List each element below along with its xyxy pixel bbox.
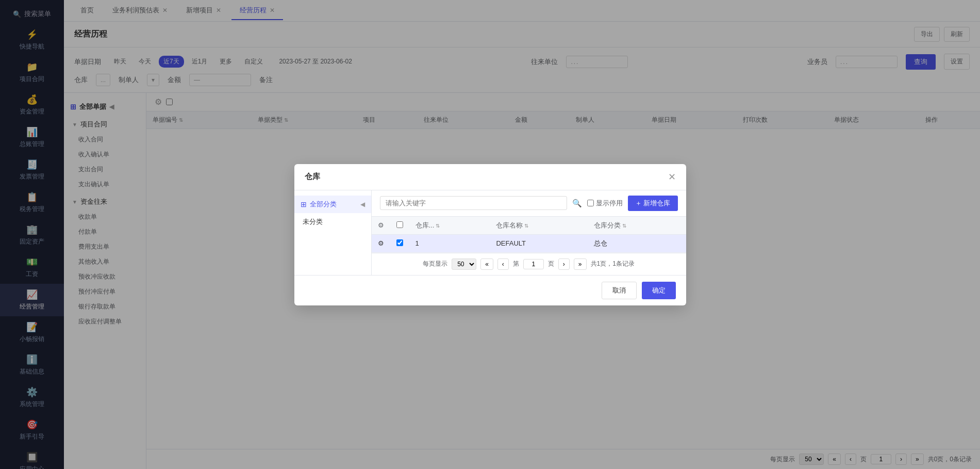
modal-close-button[interactable]: ✕ — [668, 171, 676, 183]
modal-category-panel: ⊞ 全部分类 ◀ 未分类 — [294, 190, 372, 275]
row-name: 总仓 — [588, 234, 686, 252]
modal-page-suffix: 页 — [548, 260, 554, 268]
modal-table-body: ⚙ 1 DEFAULT 总仓 — [372, 234, 686, 252]
modal-prev-page-btn[interactable]: ‹ — [497, 258, 509, 270]
category-all[interactable]: ⊞ 全部分类 ◀ — [294, 196, 371, 213]
modal-page-input[interactable] — [523, 259, 544, 269]
modal-page-size-select[interactable]: 50 — [452, 258, 476, 270]
modal-first-page-btn[interactable]: « — [480, 258, 493, 270]
modal-table-row[interactable]: ⚙ 1 DEFAULT 总仓 — [372, 234, 686, 252]
warehouse-modal: 仓库 ✕ ⊞ 全部分类 ◀ 未分类 🔍 — [294, 164, 686, 305]
add-warehouse-button[interactable]: ＋ 新增仓库 — [628, 196, 678, 211]
show-disabled-text: 显示停用 — [596, 199, 623, 208]
modal-footer: 取消 确定 — [294, 275, 686, 305]
modal-title: 仓库 — [305, 172, 320, 182]
modal-total-label: 共1页，1条记录 — [591, 260, 635, 268]
modal-page-prefix: 第 — [513, 260, 519, 268]
modal-col-code: 仓库...⇅ — [409, 217, 490, 235]
row-code: DEFAULT — [490, 234, 588, 252]
modal-select-all[interactable] — [396, 221, 403, 228]
category-icon: ⊞ — [301, 200, 307, 208]
modal-overlay: 仓库 ✕ ⊞ 全部分类 ◀ 未分类 🔍 — [0, 0, 980, 469]
modal-pagination: 每页显示 50 « ‹ 第 页 › » 共1页，1条记录 — [372, 253, 686, 275]
modal-col-category: 仓库分类⇅ — [588, 217, 686, 235]
category-all-label: 全部分类 — [310, 200, 337, 209]
row-checkbox[interactable] — [390, 234, 409, 252]
modal-col-name: 仓库名称⇅ — [490, 217, 588, 235]
modal-table-header: ⚙ 仓库...⇅ 仓库名称⇅ 仓库分类⇅ — [372, 217, 686, 235]
category-unclassified[interactable]: 未分类 — [294, 213, 371, 231]
modal-header: 仓库 ✕ — [294, 164, 686, 190]
row-settings[interactable]: ⚙ — [372, 234, 390, 252]
modal-next-page-btn[interactable]: › — [558, 258, 570, 270]
row-id: 1 — [409, 234, 490, 252]
confirm-button[interactable]: 确定 — [642, 282, 676, 299]
modal-col-settings: ⚙ — [372, 217, 390, 235]
modal-search-button[interactable]: 🔍 — [572, 199, 582, 208]
modal-last-page-btn[interactable]: » — [574, 258, 587, 270]
show-disabled-label: 显示停用 — [587, 199, 623, 208]
modal-right-panel: 🔍 显示停用 ＋ 新增仓库 ⚙ 仓库...⇅ — [372, 190, 686, 275]
category-collapse-icon[interactable]: ◀ — [360, 201, 365, 208]
modal-table: ⚙ 仓库...⇅ 仓库名称⇅ 仓库分类⇅ ⚙ 1 — [372, 217, 686, 253]
modal-body: ⊞ 全部分类 ◀ 未分类 🔍 显示停用 ＋ 新增仓库 — [294, 190, 686, 275]
modal-table-wrap: ⚙ 仓库...⇅ 仓库名称⇅ 仓库分类⇅ ⚙ 1 — [372, 217, 686, 253]
modal-toolbar: 🔍 显示停用 ＋ 新增仓库 — [372, 190, 686, 217]
show-disabled-checkbox[interactable] — [587, 200, 594, 206]
modal-per-page-label: 每页显示 — [423, 260, 447, 268]
modal-col-checkbox — [390, 217, 409, 235]
modal-search-input[interactable] — [380, 196, 567, 210]
cancel-button[interactable]: 取消 — [602, 282, 637, 299]
